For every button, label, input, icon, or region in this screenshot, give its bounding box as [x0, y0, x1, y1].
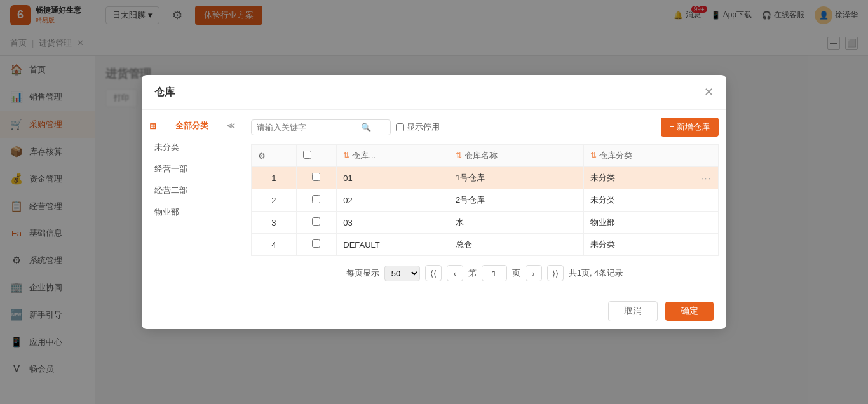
cancel-button[interactable]: 取消: [608, 301, 658, 321]
sort-icon-category: ⇅: [590, 151, 597, 160]
sort-icon-code: ⇅: [343, 151, 349, 160]
row-category-3: 物业部: [583, 212, 718, 234]
search-input[interactable]: [257, 123, 358, 132]
row-num-1: 1: [252, 167, 297, 189]
modal-footer: 取消 确定: [142, 293, 726, 329]
row-category-1: 未分类 ···: [583, 167, 718, 189]
last-page-button[interactable]: ⟩⟩: [547, 265, 564, 281]
category-item-property[interactable]: 物业部: [142, 201, 243, 223]
row-check-4[interactable]: [296, 234, 337, 256]
col-header-gear: ⚙: [252, 145, 297, 167]
prev-page-button[interactable]: ‹: [447, 265, 463, 281]
search-bar: 🔍 显示停用 + 新增仓库: [251, 118, 719, 137]
table-row[interactable]: 4 DEFAULT 总仓 未分类: [252, 234, 719, 256]
row-num-4: 4: [252, 234, 297, 256]
table-header: ⚙ ⇅ 仓库...: [252, 145, 719, 167]
sort-icon-name: ⇅: [456, 151, 462, 160]
row-checkbox-1[interactable]: [312, 173, 320, 181]
modal-close-button[interactable]: ✕: [704, 85, 714, 99]
row-check-1[interactable]: [296, 167, 337, 189]
row-num-3: 3: [252, 212, 297, 234]
next-page-button[interactable]: ›: [526, 265, 542, 281]
col-header-name: ⇅ 仓库名称: [449, 145, 583, 167]
row-name-2: 2号仓库: [449, 189, 583, 212]
row-name-3: 水: [449, 212, 583, 234]
show-disabled-checkbox[interactable]: [396, 123, 404, 131]
show-disabled-label[interactable]: 显示停用: [396, 121, 440, 133]
all-categories-header[interactable]: ⊞ 全部分类 ≪: [142, 115, 243, 137]
row-name-1: 1号仓库: [449, 167, 583, 189]
col-header-category: ⇅ 仓库分类: [583, 145, 718, 167]
row-name-4: 总仓: [449, 234, 583, 256]
row-code-2: 02: [337, 189, 449, 212]
pagination: 每页显示 50 100 200 ⟨⟨ ‹ 第 页 › ⟩⟩ 共1页, 4条记录: [251, 256, 719, 285]
grid-icon: ⊞: [149, 121, 156, 131]
table-row[interactable]: 2 02 2号仓库 未分类: [252, 189, 719, 212]
modal-body: ⊞ 全部分类 ≪ 未分类 经营一部 经营二部 物业部: [142, 110, 726, 293]
row-checkbox-3[interactable]: [312, 217, 320, 226]
settings-icon: ⚙: [258, 151, 266, 161]
first-page-button[interactable]: ⟨⟨: [425, 265, 442, 281]
row-action-1[interactable]: ···: [701, 173, 712, 183]
row-check-2[interactable]: [296, 189, 337, 212]
search-input-wrap[interactable]: 🔍: [251, 119, 391, 135]
add-warehouse-button[interactable]: + 新增仓库: [661, 118, 719, 137]
collapse-button[interactable]: ≪: [227, 121, 235, 130]
page-number-input[interactable]: [482, 265, 507, 281]
category-panel: ⊞ 全部分类 ≪ 未分类 经营一部 经营二部 物业部: [142, 110, 243, 293]
row-category-2: 未分类: [583, 189, 718, 212]
category-item-dept1[interactable]: 经营一部: [142, 158, 243, 180]
row-num-2: 2: [252, 189, 297, 212]
select-all-checkbox[interactable]: [303, 151, 311, 159]
category-item-unclassified[interactable]: 未分类: [142, 137, 243, 158]
row-code-1: 01: [337, 167, 449, 189]
col-header-check: [296, 145, 337, 167]
warehouse-table: ⚙ ⇅ 仓库...: [251, 144, 719, 256]
col-header-code: ⇅ 仓库...: [337, 145, 449, 167]
confirm-button[interactable]: 确定: [665, 302, 714, 321]
row-code-4: DEFAULT: [337, 234, 449, 256]
warehouse-modal: 仓库 ✕ ⊞ 全部分类 ≪ 未分类 经营一部 经营二部: [142, 75, 726, 329]
category-item-dept2[interactable]: 经营二部: [142, 180, 243, 201]
table-row[interactable]: 3 03 水 物业部: [252, 212, 719, 234]
table-body: 1 01 1号仓库 未分类 ···: [252, 167, 719, 256]
row-checkbox-2[interactable]: [312, 195, 320, 203]
row-code-3: 03: [337, 212, 449, 234]
modal-overlay: 仓库 ✕ ⊞ 全部分类 ≪ 未分类 经营一部 经营二部: [0, 0, 868, 404]
search-icon[interactable]: 🔍: [361, 123, 371, 132]
modal-title: 仓库: [154, 86, 175, 99]
page-size-select[interactable]: 50 100 200: [384, 266, 420, 281]
row-checkbox-4[interactable]: [312, 239, 320, 248]
row-category-4: 未分类: [583, 234, 718, 256]
row-check-3[interactable]: [296, 212, 337, 234]
modal-header: 仓库 ✕: [142, 75, 726, 110]
warehouse-panel: 🔍 显示停用 + 新增仓库 ⚙: [243, 110, 726, 293]
table-row[interactable]: 1 01 1号仓库 未分类 ···: [252, 167, 719, 189]
